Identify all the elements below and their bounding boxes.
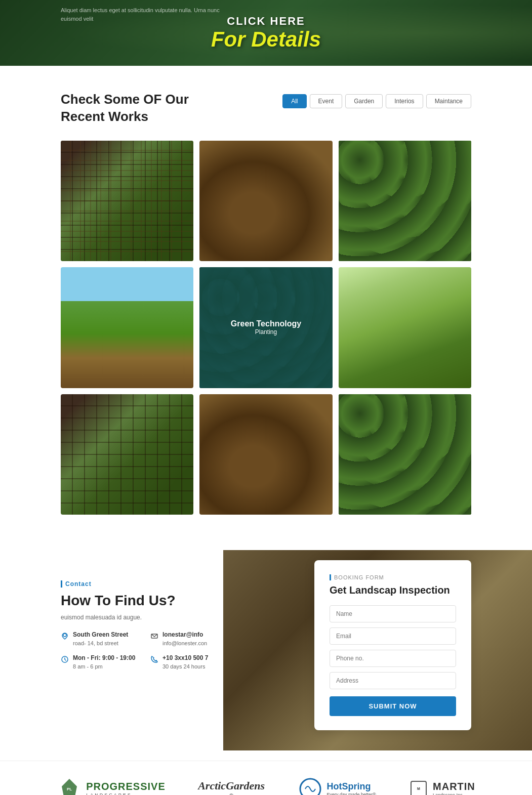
partners-section: PL PROGRESSIVE LANDSCAPES ArcticGardens … [0,761,532,795]
martin-text: MARTIN Landscape Inc. [433,781,475,795]
partner-hotspring[interactable]: HotSpring Every day made better® [298,776,376,795]
filter-all[interactable]: All [282,94,306,108]
hero-cta[interactable]: CLICK HERE For Details [211,15,321,51]
hotspring-logo-icon [298,776,323,795]
works-section: Check Some OF Our Recent Works All Event… [0,66,532,535]
booking-label: BOOKING FORM [330,574,456,580]
gallery-item[interactable] [199,141,332,261]
partner-progressive[interactable]: PL PROGRESSIVE LANDSCAPES [57,776,166,795]
email-input[interactable] [330,627,456,645]
svg-text:M: M [417,787,420,790]
progressive-logo-icon: PL [57,776,82,795]
arctic-text: ArcticGardens ® [198,779,265,795]
phone-input[interactable] [330,650,456,667]
gallery-item[interactable] [199,394,332,515]
partner-arctic[interactable]: ArcticGardens ® [198,779,265,795]
gallery-item[interactable] [339,267,471,388]
gallery-item[interactable] [339,394,471,515]
martin-logo-icon: M [408,779,429,795]
overlay-title: Green Technology [231,319,301,328]
gallery-grid: Green Technology Planting [61,141,471,515]
contact-info-grid: South Green Street road- 14, bd street l… [61,631,233,671]
filter-buttons: All Event Garden Interios Maintance [282,94,471,108]
contact-phone: +10 3xx10 500 7 30 days 24 hours [150,654,233,671]
contact-phone-text: +10 3xx10 500 7 30 days 24 hours [162,654,208,671]
gallery-item[interactable] [61,141,193,261]
overlay-sub: Planting [255,328,277,336]
filter-garden[interactable]: Garden [345,94,383,108]
clock-icon [61,655,69,663]
contact-email: lonestar@info info@lonester.con [150,631,233,647]
booking-title: Get Landscap Inspection [330,584,456,596]
gallery-item[interactable] [339,141,471,261]
address-input[interactable] [330,672,456,689]
bottom-section: Contact How To Find Us? euismod malesuad… [0,550,532,750]
contact-address: South Green Street road- 14, bd street [61,631,143,647]
submit-button[interactable]: SUBMIT NOW [330,696,456,716]
progressive-text: PROGRESSIVE LANDSCAPES [86,781,166,795]
hero-banner[interactable]: Aliquet diam lectus eget at sollicitudin… [0,0,532,66]
works-header: Check Some OF Our Recent Works All Event… [61,91,471,125]
bottom-content: Contact How To Find Us? euismod malesuad… [0,570,532,730]
hotspring-text: HotSpring Every day made better® [327,781,376,795]
contact-desc: euismod malesuada id augue. [61,614,233,621]
booking-card: BOOKING FORM Get Landscap Inspection SUB… [314,560,471,730]
name-input[interactable] [330,605,456,622]
gallery-overlay: Green Technology Planting [199,267,332,388]
gallery-item[interactable] [61,394,193,515]
hero-detail-label: For Details [211,28,321,51]
gallery-item[interactable] [61,267,193,388]
contact-hours-text: Mon - Fri: 9:00 - 19:00 8 am - 6 pm [73,654,135,671]
contact-left: Contact How To Find Us? euismod malesuad… [61,570,233,681]
svg-text:PL: PL [67,787,72,791]
email-icon [150,632,158,640]
svg-point-5 [300,779,320,795]
svg-point-0 [63,634,66,637]
contact-address-text: South Green Street road- 14, bd street [73,631,128,647]
contact-email-text: lonestar@info info@lonester.con [162,631,207,647]
filter-interios[interactable]: Interios [386,94,423,108]
partner-martin[interactable]: M MARTIN Landscape Inc. [408,779,475,795]
location-icon [61,632,69,640]
works-title: Check Some OF Our Recent Works [61,91,189,125]
filter-event[interactable]: Event [310,94,343,108]
phone-icon [150,655,158,663]
contact-hours: Mon - Fri: 9:00 - 19:00 8 am - 6 pm [61,654,143,671]
hero-small-text: Aliquet diam lectus eget at sollicitudin… [61,6,223,23]
contact-title: How To Find Us? [61,593,233,609]
contact-label: Contact [61,580,233,588]
filter-maintance[interactable]: Maintance [426,94,471,108]
gallery-item[interactable]: Green Technology Planting [199,267,332,388]
hero-click-label: CLICK HERE [211,15,321,28]
